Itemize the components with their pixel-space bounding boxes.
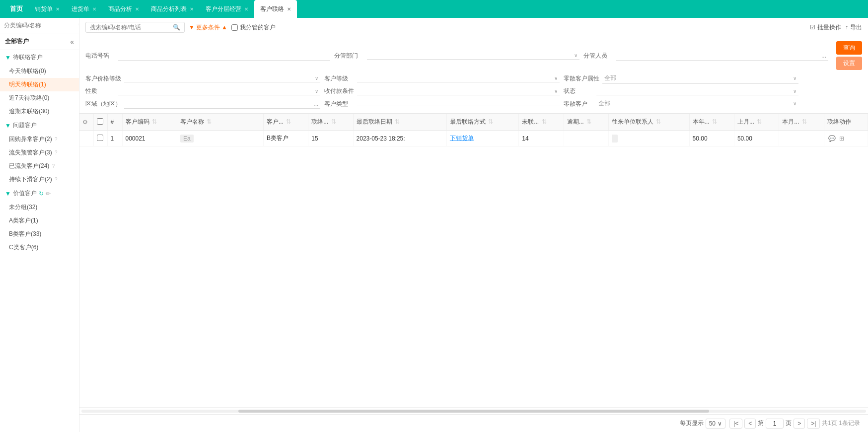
more-conditions-btn[interactable]: ▼ 更多条件 ▲ [189, 23, 227, 32]
nav-customer-contact[interactable]: 客户联络 ✕ [254, 0, 297, 18]
query-button[interactable]: 查询 [836, 41, 862, 55]
sidebar-item-class-c[interactable]: C类客户(6) [0, 241, 79, 254]
cell-code: 000021 [122, 131, 177, 146]
select-all-checkbox[interactable] [97, 118, 103, 125]
sort-icon[interactable]: ⇅ [331, 118, 336, 125]
nav-close-icon[interactable]: ✕ [92, 6, 96, 12]
sidebar-all-customers[interactable]: 全部客户 « [0, 33, 79, 50]
filter-icon: ▼ [189, 24, 195, 31]
filter-nature: 性质 ∨ [85, 87, 320, 95]
sort-icon[interactable]: ⇅ [152, 118, 157, 125]
status-label: 状态 [564, 87, 593, 95]
cell-overdue [564, 131, 608, 146]
sidebar-item-today[interactable]: 今天待联络(0) [0, 65, 79, 78]
refresh-icon[interactable]: ↻ [39, 190, 44, 197]
prev-page-btn[interactable]: < [744, 419, 756, 429]
sort-icon[interactable]: ⇅ [488, 118, 493, 125]
price-level-select[interactable]: ∨ [124, 74, 320, 82]
search-input[interactable] [90, 24, 173, 31]
sidebar-item-overdue[interactable]: 逾期未联络(30) [0, 105, 79, 118]
status-select[interactable]: ∨ [596, 87, 798, 95]
sidebar-item-churn-warning[interactable]: 流失预警客户(3) ? [0, 146, 79, 159]
horizontal-scrollbar[interactable] [79, 407, 868, 414]
sidebar-search-input[interactable] [4, 22, 78, 29]
sort-icon[interactable]: ⇅ [207, 118, 212, 125]
nav-purchase-order[interactable]: 进货单 ✕ [66, 0, 102, 18]
phone-input[interactable] [118, 51, 330, 61]
chevron-down-icon: ∨ [315, 75, 318, 81]
sort-icon[interactable]: ⇅ [586, 118, 591, 125]
sort-icon[interactable]: ⇅ [395, 118, 400, 125]
dept-select[interactable]: ∨ [367, 52, 579, 60]
customer-level-select[interactable]: ∨ [357, 74, 559, 82]
retail-customer-select[interactable]: 全部 ∨ [596, 98, 798, 109]
first-page-btn[interactable]: |< [729, 419, 742, 429]
my-customers-check[interactable] [231, 24, 238, 31]
action-chat-icon[interactable]: 💬 [828, 135, 836, 142]
sort-icon[interactable]: ⇅ [757, 118, 762, 125]
help-icon: ? [55, 177, 58, 182]
sidebar-item-tomorrow[interactable]: 明天待联络(1) [0, 78, 79, 91]
sort-icon[interactable]: ⇅ [286, 118, 291, 125]
sidebar-item-abnormal-repurchase[interactable]: 回购异常客户(2) ? [0, 133, 79, 146]
chevron-down-icon: ∨ [793, 101, 796, 106]
sort-icon[interactable]: ⇅ [656, 118, 661, 125]
filter-status: 状态 ∨ [564, 87, 798, 95]
nav-customer-segmentation[interactable]: 客户分层经营 ✕ [200, 0, 254, 18]
settings-button[interactable]: 设置 [836, 57, 862, 70]
contact-way-link[interactable]: 下销货单 [450, 135, 474, 142]
triangle-icon: ▼ [5, 190, 11, 197]
customer-type-select[interactable] [357, 103, 559, 105]
filter-manager: 分管人员 ... [583, 51, 828, 61]
col-gear: ⚙ [79, 114, 93, 131]
area-select[interactable]: ... [124, 99, 320, 109]
nav-close-icon[interactable]: ✕ [135, 6, 139, 12]
manager-select[interactable]: ... [616, 51, 828, 61]
chevron-down-icon: ∨ [718, 420, 722, 427]
col-this-year: 本年... ⇅ [689, 114, 734, 131]
dots-icon[interactable]: ... [313, 100, 318, 107]
sort-icon[interactable]: ⇅ [712, 118, 717, 125]
sidebar-item-churned[interactable]: 已流失客户(24) ? [0, 159, 79, 173]
filter-retail-attr: 零散客户属性 全部 ∨ [564, 73, 798, 84]
retail-attr-select[interactable]: 全部 ∨ [602, 73, 798, 84]
action-grid-icon[interactable]: ⊞ [839, 135, 844, 142]
payment-select[interactable]: ∨ [357, 87, 559, 95]
next-page-btn[interactable]: > [794, 419, 805, 429]
triangle-icon: ▼ [5, 54, 11, 61]
sort-icon[interactable]: ⇅ [802, 118, 807, 125]
nav-close-icon[interactable]: ✕ [56, 6, 60, 12]
edit-icon[interactable]: ✏ [46, 190, 51, 197]
nav-home[interactable]: 首页 [4, 0, 29, 18]
page-unit: 页 [786, 419, 792, 428]
col-last-date: 最后联络日期 ⇅ [353, 114, 446, 131]
search-submit-icon[interactable]: 🔍 [173, 24, 180, 31]
scroll-thumb[interactable] [238, 410, 709, 413]
col-unit-contact: 往来单位联系人 ⇅ [608, 114, 689, 131]
nav-close-icon[interactable]: ✕ [287, 6, 291, 12]
gear-settings-icon[interactable]: ⚙ [82, 119, 88, 126]
sidebar-item-declining[interactable]: 持续下滑客户(2) ? [0, 173, 79, 186]
last-page-btn[interactable]: >| [807, 419, 820, 429]
nav-close-icon[interactable]: ✕ [244, 6, 248, 12]
help-icon: ? [55, 150, 58, 155]
sidebar-item-class-a[interactable]: A类客户(1) [0, 214, 79, 227]
nav-product-analysis-list[interactable]: 商品分析列表 ✕ [145, 0, 200, 18]
nature-select[interactable]: ∨ [118, 87, 320, 95]
sidebar-collapse-icon[interactable]: « [70, 38, 74, 46]
page-size-box[interactable]: 50 ∨ [706, 419, 725, 429]
sort-icon[interactable]: ⇅ [542, 118, 547, 125]
export-btn[interactable]: ↑ 导出 [845, 23, 862, 32]
sidebar-item-ungrouped[interactable]: 未分组(32) [0, 201, 79, 214]
row-checkbox[interactable] [97, 135, 103, 141]
nav-close-icon[interactable]: ✕ [190, 6, 194, 12]
my-customers-checkbox[interactable]: 我分管的客户 [231, 23, 276, 32]
nav-product-analysis[interactable]: 商品分析 ✕ [102, 0, 145, 18]
sidebar-item-class-b[interactable]: B类客户(33) [0, 227, 79, 241]
dots-icon[interactable]: ... [821, 52, 826, 59]
page-input[interactable] [766, 419, 784, 429]
nav-sales-order[interactable]: 销货单 ✕ [29, 0, 66, 18]
sidebar: 🔍 全部客户 « ▼ 待联络客户 今天待联络(0) 明天待联络(1) 近7天待联… [0, 18, 79, 432]
sidebar-item-7days[interactable]: 近7天待联络(0) [0, 91, 79, 105]
batch-op-btn[interactable]: ☑ 批量操作 [810, 23, 841, 32]
